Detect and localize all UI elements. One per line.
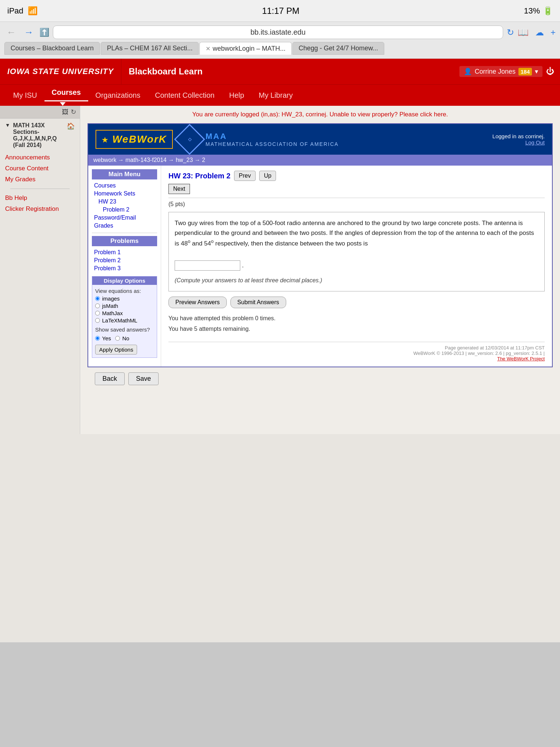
- sidebar-announcements[interactable]: Announcements: [5, 152, 75, 163]
- apply-options-button[interactable]: Apply Options: [95, 345, 137, 355]
- problem-name: HW 23: Problem 2: [168, 172, 230, 180]
- bb-title: Blackboard Learn: [121, 66, 210, 77]
- browser-chrome: ← → ⬆️ ↻ 📖 ☁ + Courses – Blackboard Lear…: [0, 22, 560, 59]
- back-button[interactable]: ←: [4, 26, 18, 39]
- tab-plas[interactable]: PLAs – CHEM 167 All Secti...: [101, 42, 199, 55]
- sidebar-camera-btn[interactable]: 🖼: [62, 108, 69, 116]
- footer-version: WeBWorK © 1996-2013 | ww_version: 2.6 | …: [168, 351, 545, 356]
- maa-full-name: MATHEMATICAL ASSOCIATION OF AMERICA: [206, 141, 339, 147]
- webwork-frame: ★ WeBWorK ◇ MAA MATHEMATICAL ASSOCIATION…: [88, 123, 553, 367]
- nav-organizations[interactable]: Organizations: [88, 88, 148, 103]
- answer-input[interactable]: [175, 260, 240, 271]
- attempts-info: You have attempted this problem 0 times.…: [168, 313, 545, 334]
- sidebar-my-grades[interactable]: My Grades: [5, 174, 75, 185]
- ww-problem3-link[interactable]: Problem 3: [92, 264, 157, 272]
- url-bar[interactable]: [53, 26, 503, 39]
- save-button[interactable]: Save: [128, 372, 159, 385]
- user-icon: 👤: [464, 67, 472, 76]
- back-page-button[interactable]: Back: [95, 372, 125, 385]
- ww-problem2-link[interactable]: Problem 2: [92, 256, 157, 264]
- battery-indicator: 13%: [524, 6, 540, 16]
- webwork-project-link[interactable]: The WeBWorK Project: [497, 356, 545, 361]
- ww-user-info: Logged in as corrinej. Log Out: [493, 133, 545, 146]
- page-wrapper: IOWA STATE UNIVERSITY Blackboard Learn 👤…: [0, 59, 560, 642]
- radio-yes[interactable]: Yes: [95, 335, 111, 341]
- user-name: Corrine Jones: [475, 68, 516, 76]
- forward-button[interactable]: →: [22, 26, 36, 39]
- status-bar: iPad 📶 11:17 PM 13% 🔋: [0, 0, 560, 22]
- ww-logout-link[interactable]: Log Out: [493, 139, 545, 146]
- share-button[interactable]: ⬆️: [39, 28, 49, 37]
- ww-display-options-header: Display Options: [92, 276, 157, 285]
- preview-answers-button[interactable]: Preview Answers: [168, 297, 227, 308]
- ww-problems-header: Problems: [92, 236, 157, 246]
- battery-icon: 🔋: [543, 6, 553, 16]
- ww-main-menu-header: Main Menu: [92, 169, 157, 179]
- ww-body: Main Menu Courses Homework Sets HW 23 Pr…: [88, 166, 552, 367]
- sidebar-bb-help[interactable]: Bb Help: [5, 193, 75, 204]
- bottom-buttons: Back Save: [88, 367, 553, 390]
- clock: 11:17 PM: [262, 6, 300, 16]
- isu-logo: IOWA STATE UNIVERSITY: [0, 59, 121, 84]
- ww-header: ★ WeBWorK ◇ MAA MATHEMATICAL ASSOCIATION…: [88, 124, 552, 155]
- nav-content-collection[interactable]: Content Collection: [148, 88, 222, 103]
- sidebar-toolbar: 🖼 ↻: [0, 106, 80, 119]
- maa-diamond-icon: ◇: [174, 124, 205, 155]
- sidebar-course-content[interactable]: Course Content: [5, 163, 75, 174]
- tab-chegg[interactable]: Chegg - Get 24/7 Homew...: [292, 42, 384, 55]
- sidebar-refresh-btn[interactable]: ↻: [71, 108, 76, 116]
- reload-button[interactable]: ↻: [507, 27, 514, 38]
- nav-my-isu[interactable]: My ISU: [6, 88, 44, 103]
- ww-menu-grades[interactable]: Grades: [92, 222, 157, 230]
- ww-menu-problem2[interactable]: Problem 2: [92, 206, 157, 214]
- tab-close-icon[interactable]: ✕: [206, 45, 210, 52]
- compute-note: (Compute your answers to at least three …: [175, 276, 538, 285]
- radio-no[interactable]: No: [115, 335, 129, 341]
- next-button[interactable]: Next: [168, 184, 190, 194]
- action-buttons: Preview Answers Submit Answers: [168, 297, 545, 308]
- wifi-icon: 📶: [28, 6, 38, 16]
- bb-nav: My ISU Courses Organizations Content Col…: [0, 84, 560, 106]
- nav-help[interactable]: Help: [222, 88, 251, 103]
- ww-display-options: Display Options View equations as: image…: [92, 276, 157, 358]
- home-icon[interactable]: 🏠: [67, 122, 75, 130]
- view-equations-label: View equations as:: [95, 288, 154, 294]
- content-area: 🖼 ↻ ▼ MATH 143X Sections-G,J,K,L,M,N,P,Q…: [0, 106, 560, 434]
- ww-menu-password-email[interactable]: Password/Email: [92, 214, 157, 222]
- power-button[interactable]: ⏻: [546, 67, 554, 76]
- new-tab-button[interactable]: +: [551, 27, 556, 38]
- user-info: 👤 Corrine Jones 184 ▾: [459, 66, 542, 77]
- ww-logo-text: WeBWorK: [112, 133, 167, 145]
- user-badge: 184: [518, 68, 532, 76]
- course-toggle[interactable]: ▼: [5, 122, 10, 128]
- remaining-text: You have 5 attempts remaining.: [168, 324, 545, 334]
- ww-breadcrumb: webwork → math-143-f2014 → hw_23 → 2: [88, 155, 552, 166]
- nav-my-library[interactable]: My Library: [252, 88, 300, 103]
- radio-images[interactable]: images: [95, 295, 154, 302]
- ww-problem1-link[interactable]: Problem 1: [92, 248, 157, 256]
- ww-footer: Page generated at 12/03/2014 at 11:17pm …: [168, 342, 545, 361]
- main-content: You are currently logged (in,as): HW_23,…: [80, 106, 560, 434]
- ww-main-menu-nav: Courses Homework Sets HW 23 Problem 2 Pa…: [92, 182, 157, 230]
- sidebar-clicker-reg[interactable]: Clicker Registration: [5, 204, 75, 214]
- nav-courses[interactable]: Courses: [44, 85, 88, 101]
- submit-answers-button[interactable]: Submit Answers: [230, 297, 286, 308]
- radio-jsmath[interactable]: jsMath: [95, 303, 154, 309]
- ww-menu-courses[interactable]: Courses: [92, 182, 157, 190]
- tab-webwork[interactable]: ✕ webworkLogin – MATH...: [199, 42, 292, 55]
- maa-label: MAA: [206, 132, 339, 141]
- bb-header: IOWA STATE UNIVERSITY Blackboard Learn 👤…: [0, 59, 560, 84]
- ww-menu-hw23[interactable]: HW 23: [92, 198, 157, 206]
- up-button[interactable]: Up: [259, 171, 276, 181]
- sidebar-nav: Announcements Course Content My Grades B…: [0, 152, 80, 214]
- tab-courses-bb[interactable]: Courses – Blackboard Learn: [4, 42, 100, 55]
- radio-mathjax[interactable]: MathJax: [95, 310, 154, 316]
- bookmarks-button[interactable]: 📖: [518, 27, 529, 38]
- radio-latexmathml[interactable]: LaTeXMathML: [95, 317, 154, 324]
- footer-generated: Page generated at 12/03/2014 at 11:17pm …: [168, 345, 545, 351]
- cloud-button[interactable]: ☁: [535, 27, 544, 38]
- dropdown-icon[interactable]: ▾: [535, 67, 538, 76]
- ww-menu-homework-sets[interactable]: Homework Sets: [92, 190, 157, 198]
- prev-button[interactable]: Prev: [234, 171, 256, 181]
- problem-text: Two guy wires from the top of a 500-foot…: [175, 220, 534, 247]
